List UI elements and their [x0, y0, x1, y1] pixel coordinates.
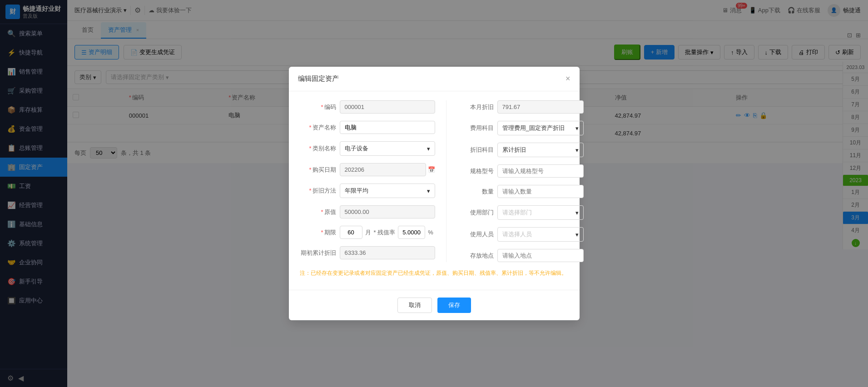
form-row-location: 存放地点	[457, 249, 584, 262]
purchase-date-label: 购买日期	[300, 166, 336, 174]
depreciation-method-select[interactable]: 年限平均 ▾	[340, 184, 435, 198]
original-value-input[interactable]	[340, 205, 435, 218]
department-placeholder: 请选择部门	[502, 208, 532, 217]
edit-asset-modal: 编辑固定资产 × 编码 资产名称	[289, 67, 580, 320]
asset-name-label: 资产名称	[300, 124, 336, 132]
residual-rate-input[interactable]	[398, 226, 425, 239]
form-row-spec-model: 规格型号	[457, 164, 584, 178]
depreciation-subject-select[interactable]: 累计折旧 ▾	[497, 143, 584, 157]
dropdown-icon: ▾	[427, 145, 430, 152]
monthly-depreciation-input[interactable]	[497, 100, 584, 114]
location-label: 存放地点	[457, 252, 494, 260]
form-row-category: 类别名称 电子设备 ▾	[300, 141, 435, 156]
monthly-depreciation-label: 本月折旧	[457, 103, 494, 111]
form-grid: 编码 资产名称 类别名称 电子设备 ▾	[300, 100, 569, 262]
quantity-input[interactable]	[497, 185, 584, 198]
form-row-depreciation-method: 折旧方法 年限平均 ▾	[300, 184, 435, 198]
expense-subject-select[interactable]: 管理费用_固定资产折旧 ▾	[497, 121, 584, 135]
modal-body: 编码 资产名称 类别名称 电子设备 ▾	[289, 91, 580, 290]
form-row-quantity: 数量	[457, 185, 584, 198]
code-label: 编码	[300, 103, 336, 111]
form-col-right: 本月折旧 费用科目 管理费用_固定资产折旧 ▾ 折旧科目	[446, 100, 584, 262]
form-row-asset-name: 资产名称	[300, 121, 435, 134]
depreciation-method-label: 折旧方法	[300, 187, 336, 195]
initial-depreciation-input[interactable]	[340, 246, 435, 259]
form-col-left: 编码 资产名称 类别名称 电子设备 ▾	[300, 100, 446, 262]
form-row-period: 期限 月 * 残值率 %	[300, 226, 435, 239]
dropdown-icon: ▾	[427, 188, 430, 194]
modal-notice: 注：已经存在变更记录或者对应固定资产已经生成凭证，原值、购买日期、残值率、累计折…	[300, 266, 569, 281]
form-row-monthly-depreciation: 本月折旧	[457, 100, 584, 114]
department-label: 使用部门	[457, 208, 494, 217]
category-select[interactable]: 电子设备 ▾	[340, 141, 435, 156]
depreciation-subject-value: 累计折旧	[502, 146, 526, 154]
code-input[interactable]	[340, 100, 435, 114]
period-inputs: 月 * 残值率 %	[340, 226, 435, 239]
asset-name-input[interactable]	[340, 121, 435, 134]
depreciation-subject-label: 折旧科目	[457, 146, 494, 154]
form-row-person: 使用人员 请选择人员 ▾	[457, 227, 584, 242]
spec-model-input[interactable]	[497, 164, 584, 178]
category-value: 电子设备	[345, 144, 368, 153]
form-row-expense-subject: 费用科目 管理费用_固定资产折旧 ▾	[457, 121, 584, 135]
form-row-department: 使用部门 请选择部门 ▾	[457, 205, 584, 220]
person-label: 使用人员	[457, 230, 494, 238]
dropdown-icon: ▾	[575, 125, 579, 132]
period-unit: 月	[365, 228, 371, 237]
modal-footer: 取消 保存	[289, 290, 580, 320]
modal-close-button[interactable]: ×	[565, 74, 570, 84]
cancel-button[interactable]: 取消	[397, 298, 432, 313]
purchase-date-input[interactable]	[340, 163, 426, 176]
dropdown-icon: ▾	[575, 147, 579, 154]
form-row-purchase-date: 购买日期 📅	[300, 163, 435, 176]
category-label: 类别名称	[300, 144, 336, 153]
location-input[interactable]	[497, 249, 584, 262]
quantity-label: 数量	[457, 188, 494, 196]
department-select[interactable]: 请选择部门 ▾	[497, 205, 584, 220]
dropdown-icon: ▾	[575, 231, 579, 238]
depreciation-method-value: 年限平均	[345, 187, 368, 195]
person-select[interactable]: 请选择人员 ▾	[497, 227, 584, 242]
period-label: 期限	[300, 228, 336, 237]
residual-rate-label: * 残值率	[374, 228, 396, 237]
dropdown-icon: ▾	[575, 209, 579, 216]
form-row-code: 编码	[300, 100, 435, 114]
expense-subject-value: 管理费用_固定资产折旧	[502, 124, 565, 132]
person-placeholder: 请选择人员	[502, 230, 532, 238]
residual-unit: %	[428, 229, 433, 236]
save-button[interactable]: 保存	[437, 298, 471, 313]
form-row-original-value: 原值	[300, 205, 435, 218]
modal-overlay: 编辑固定资产 × 编码 资产名称	[0, 0, 868, 387]
period-input[interactable]	[340, 226, 362, 239]
expense-subject-label: 费用科目	[457, 124, 494, 132]
initial-depreciation-label: 期初累计折旧	[300, 249, 336, 257]
form-row-depreciation-subject: 折旧科目 累计折旧 ▾	[457, 143, 584, 157]
form-row-initial-depreciation: 期初累计折旧	[300, 246, 435, 259]
modal-header: 编辑固定资产 ×	[289, 67, 580, 91]
calendar-icon[interactable]: 📅	[428, 166, 435, 173]
original-value-label: 原值	[300, 208, 336, 216]
modal-title: 编辑固定资产	[298, 74, 339, 83]
spec-model-label: 规格型号	[457, 167, 494, 175]
